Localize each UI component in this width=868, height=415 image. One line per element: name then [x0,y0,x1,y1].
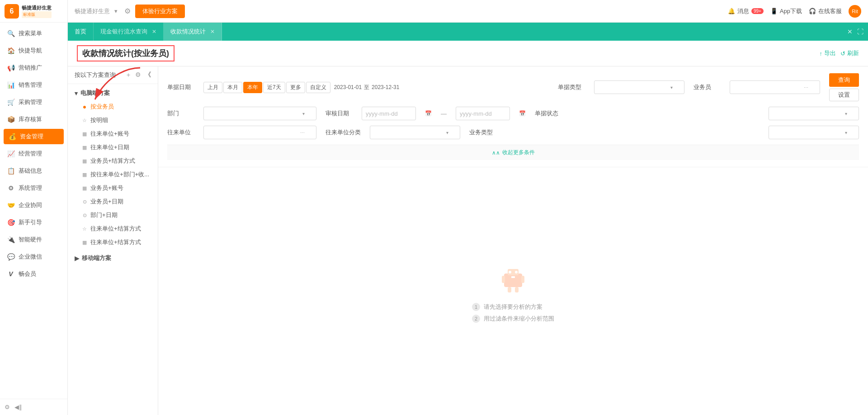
hardware-icon: 🔌 [7,236,15,244]
partner-date-icon: ▦ [81,144,88,151]
settings-icon: ⚙ [7,184,15,192]
step-1-number: 1 [472,303,480,311]
left-panel: 按以下方案查询 ＋ ⚙ 《 ▾ 电脑端方案 ● 按业务员 ☆ [68,66,158,415]
date-tab-this-year[interactable]: 本年 [243,82,262,93]
tree-expand-icon: ▾ [75,90,78,97]
sidebar-item-inventory[interactable]: 📦 库存核算 [0,111,67,128]
salesperson-date-icon: ⊙ [81,198,88,205]
tree-item-partner-dept[interactable]: ▦ 按往来单位+部门+收... [68,168,158,181]
sidebar-item-base[interactable]: 📋 基础信息 [0,162,67,179]
maximize-icon[interactable]: ⛶ [857,28,863,35]
sidebar-item-member[interactable]: V 畅会员 [0,265,67,283]
user-avatar[interactable]: Rit [849,5,861,18]
sidebar-item-hardware[interactable]: 🔌 智能硬件 [0,231,67,248]
sidebar-item-enterprise[interactable]: 🤝 企业协同 [0,197,67,214]
bank-flow-close-icon[interactable]: ✕ [152,28,156,35]
export-button[interactable]: ↑ 导出 [820,49,836,57]
svg-rect-7 [508,287,511,292]
sidebar-item-sales[interactable]: 📊 销售管理 [0,76,67,94]
tree-item-partner-settle2[interactable]: ▦ 往来单位+结算方式 [68,236,158,249]
tree-item-dept-date[interactable]: ⊙ 部门+日期 [68,208,158,222]
money-icon: 💰 [8,132,16,141]
sidebar-item-search[interactable]: 🔍 搜索菜单 [0,25,67,42]
tree-item-salesperson-account[interactable]: ▦ 业务员+账号 [68,181,158,195]
partner-dept-icon: ▦ [81,171,88,178]
tree-item-partner-account[interactable]: ▦ 往来单位+账号 [68,127,158,141]
tree-item-partner-date[interactable]: ▦ 往来单位+日期 [68,141,158,154]
refresh-button[interactable]: ↺ 刷新 [840,49,859,57]
voucher-status-select[interactable]: ▾ [769,107,859,120]
date-tab-more[interactable]: 更多 [286,82,305,93]
salesperson-select[interactable]: ⋯ [730,80,820,94]
svg-rect-5 [502,276,505,283]
tree-item-detail[interactable]: ☆ 按明细 [68,113,158,127]
tree-parent-mobile[interactable]: ▶ 移动端方案 [68,251,158,265]
settings-button[interactable]: 设置 [829,89,859,101]
partner-settle2-icon: ▦ [81,239,88,245]
tab-home[interactable]: 首页 [68,23,94,41]
sidebar-item-fund[interactable]: 💰 资金管理 [4,129,64,144]
tree-item-salesperson-settlement[interactable]: ▦ 业务员+结算方式 [68,154,158,168]
svg-point-3 [515,271,518,274]
sidebar-item-guide[interactable]: 🎯 新手引导 [0,214,67,231]
panel-title: 按以下方案查询 [75,71,116,79]
partner-category-label: 往来单位分类 [326,128,361,137]
panel-icon-group: ＋ ⚙ 《 [125,71,151,79]
tree-parent-desktop[interactable]: ▾ 电脑端方案 [68,86,158,100]
voucher-type-dropdown-icon: ▾ [670,85,673,90]
trial-button[interactable]: 体验行业方案 [135,5,185,18]
date-end: 2023-12-31 [372,84,399,90]
sidebar-item-quick-nav[interactable]: 🏠 快捷导航 [0,42,67,59]
review-start-input[interactable]: yyyy-mm-dd [362,107,416,120]
business-type-select[interactable]: ▾ [769,126,859,139]
sidebar-item-operation[interactable]: 📈 经营管理 [0,145,67,162]
tab-collection-stats[interactable]: 收款情况统计 ✕ [164,23,222,41]
date-dash: — [441,110,447,117]
partner-category-select[interactable]: ▾ [370,126,460,139]
calendar-start-icon[interactable]: 📅 [425,110,432,117]
settings-scheme-icon[interactable]: ⚙ [135,71,141,79]
dept-select[interactable]: ▾ [203,107,316,120]
collapse-bar[interactable]: ∧∧ 收起更多条件 [167,145,859,160]
tree-item-salesperson-date[interactable]: ⊙ 业务员+日期 [68,195,158,208]
partner-more-icon: ⋯ [300,130,305,135]
date-tab-custom[interactable]: 自定义 [306,82,330,93]
tabs-bar: 首页 现金银行流水查询 ✕ 收款情况统计 ✕ ✕ ⛶ [68,23,868,41]
notifications-btn[interactable]: 🔔 消息 99+ [728,7,764,15]
logo-icon: 6 [5,4,19,19]
add-scheme-icon[interactable]: ＋ [125,71,132,79]
query-button[interactable]: 查询 [829,73,859,87]
footer-settings-icon[interactable]: ⚙ [5,404,10,410]
download-icon: 📱 [770,8,778,14]
active-item-icon: ● [81,104,88,110]
app-download-btn[interactable]: 📱 App下载 [770,7,802,15]
review-end-input[interactable]: yyyy-mm-dd [456,107,510,120]
tab-bank-flow[interactable]: 现金银行流水查询 ✕ [94,23,164,41]
voucher-type-label: 单据类型 [558,83,585,91]
partner-select[interactable]: ⋯ [203,126,316,139]
date-tab-7days[interactable]: 近7天 [263,82,285,93]
box-icon: 📦 [7,115,15,123]
online-service-btn[interactable]: 🎧 在线客服 [809,7,842,15]
tree-section: ▾ 电脑端方案 ● 按业务员 ☆ 按明细 ▦ 往来单位+账号 ▦ 往来单位+ [68,84,158,267]
collapse-panel-icon[interactable]: 《 [145,71,151,79]
sidebar-item-wechat[interactable]: 💬 企业微信 [0,248,67,265]
footer-collapse-icon[interactable]: ◀‖ [14,404,22,410]
collection-stats-close-icon[interactable]: ✕ [210,28,215,35]
date-tab-last-month[interactable]: 上月 [203,82,222,93]
tree-item-partner-settle1[interactable]: ☆ 往来单位+结算方式 [68,222,158,236]
topbar: 畅捷通好生意 ▾ ⚙ 体验行业方案 🔔 消息 99+ 📱 App下载 🎧 在线客… [68,0,868,23]
voucher-type-select[interactable]: ▾ [594,80,684,94]
topbar-settings-icon[interactable]: ⚙ [124,7,131,15]
tree-item-by-salesperson[interactable]: ● 按业务员 [68,100,158,113]
topbar-dropdown-icon[interactable]: ▾ [114,8,118,14]
empty-step-2: 2 用过滤条件来缩小分析范围 [472,315,554,323]
date-tab-this-month[interactable]: 本月 [223,82,242,93]
sidebar-item-purchase[interactable]: 🛒 采购管理 [0,94,67,111]
calendar-end-icon[interactable]: 📅 [519,110,526,117]
tabs-spacer [222,23,843,41]
guide-icon: 🎯 [7,218,15,226]
minimize-icon[interactable]: ✕ [847,28,853,35]
sidebar-item-marketing[interactable]: 📢 营销推广 [0,59,67,76]
sidebar-item-system[interactable]: ⚙ 系统管理 [0,179,67,197]
